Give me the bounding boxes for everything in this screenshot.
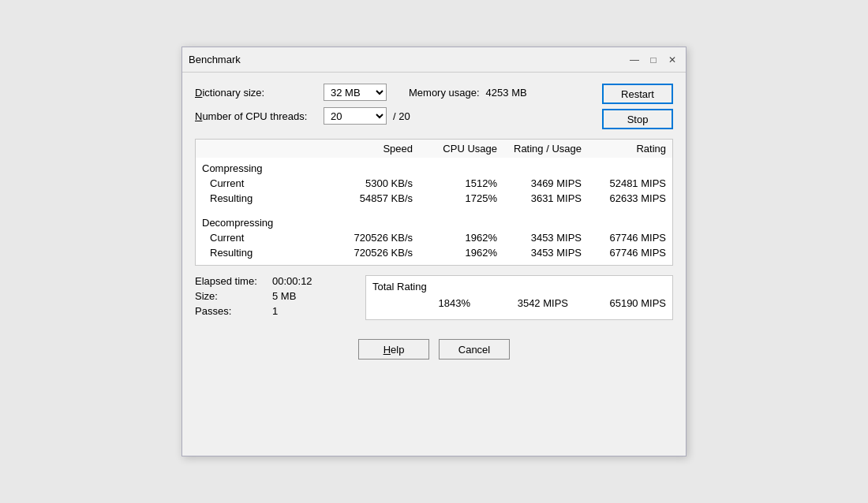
footer-buttons: Help Cancel	[195, 333, 673, 364]
compress-resulting-cpu: 1725%	[413, 192, 497, 204]
help-button[interactable]: Help	[358, 339, 429, 360]
top-controls: Dictionary size: 32 MB 64 MB 128 MB 256 …	[195, 84, 673, 131]
decompress-resulting-label: Resulting	[202, 247, 328, 259]
elapsed-time-value: 00:00:12	[272, 275, 312, 287]
memory-section: Memory usage: 4253 MB	[409, 87, 541, 99]
decompress-resulting-rating: 67746 MIPS	[582, 247, 666, 259]
compress-resulting-speed: 54857 KB/s	[328, 192, 413, 204]
decompress-current-label: Current	[202, 232, 328, 244]
compress-current-speed: 5300 KB/s	[328, 177, 413, 189]
passes-label: Passes:	[195, 305, 266, 317]
total-rating-section: Total Rating 1843% 3542 MIPS 65190 MIPS	[365, 275, 673, 320]
col-header-speed: Speed	[328, 143, 413, 155]
benchmark-table: Speed CPU Usage Rating / Usage Rating Co…	[195, 139, 673, 266]
passes-row: Passes: 1	[195, 305, 353, 317]
compress-current-rating: 52481 MIPS	[582, 177, 666, 189]
decompress-resulting-speed: 720526 KB/s	[328, 247, 413, 259]
title-bar: Benchmark — □ ✕	[182, 47, 686, 73]
decompress-resulting-rating-usage: 3453 MIPS	[497, 247, 582, 259]
form-fields: Dictionary size: 32 MB 64 MB 128 MB 256 …	[195, 84, 586, 131]
total-rating-label: Total Rating	[366, 276, 672, 294]
memory-usage-value: 4253 MB	[486, 87, 541, 99]
cancel-button[interactable]: Cancel	[439, 339, 510, 360]
table-row: Current 5300 KB/s 1512% 3469 MIPS 52481 …	[196, 176, 672, 191]
passes-value: 1	[272, 305, 278, 317]
table-row: Resulting 720526 KB/s 1962% 3453 MIPS 67…	[196, 245, 672, 260]
total-rating-rating: 65190 MIPS	[568, 297, 666, 309]
restart-button[interactable]: Restart	[602, 84, 673, 104]
size-row: Size: 5 MB	[195, 290, 353, 302]
total-rating-row: 1843% 3542 MIPS 65190 MIPS	[366, 294, 672, 312]
decompress-current-rating: 67746 MIPS	[582, 232, 666, 244]
dictionary-size-label: Dictionary size:	[195, 87, 317, 99]
memory-usage-label: Memory usage:	[409, 87, 480, 99]
compress-resulting-rating: 62633 MIPS	[582, 192, 666, 204]
total-rating-rating-usage: 3542 MIPS	[470, 297, 568, 309]
cpu-threads-suffix: / 20	[393, 110, 410, 122]
dictionary-size-select[interactable]: 32 MB 64 MB 128 MB 256 MB	[324, 84, 387, 101]
decompress-current-cpu: 1962%	[413, 232, 497, 244]
decompress-current-speed: 720526 KB/s	[328, 232, 413, 244]
stop-button[interactable]: Stop	[602, 109, 673, 129]
compress-current-cpu: 1512%	[413, 177, 497, 189]
cpu-threads-row: Number of CPU threads: 1 2 4 8 16 20 / 2…	[195, 107, 586, 125]
table-row: Current 720526 KB/s 1962% 3453 MIPS 6774…	[196, 230, 672, 245]
elapsed-time-row: Elapsed time: 00:00:12	[195, 275, 353, 287]
col-header-cpu: CPU Usage	[413, 143, 497, 155]
compress-resulting-label: Resulting	[202, 192, 328, 204]
stats-section: Elapsed time: 00:00:12 Size: 5 MB Passes…	[195, 275, 353, 320]
col-header-label	[202, 143, 328, 155]
close-button[interactable]: ✕	[665, 53, 679, 67]
bottom-section: Elapsed time: 00:00:12 Size: 5 MB Passes…	[195, 275, 673, 320]
action-buttons: Restart Stop	[602, 84, 673, 129]
benchmark-window: Benchmark — □ ✕ Dictionary size: 32 MB 6…	[181, 47, 687, 456]
window-content: Dictionary size: 32 MB 64 MB 128 MB 256 …	[182, 73, 686, 375]
compressing-label: Compressing	[196, 158, 672, 176]
cpu-threads-label: Number of CPU threads:	[195, 110, 317, 122]
dictionary-size-row: Dictionary size: 32 MB 64 MB 128 MB 256 …	[195, 84, 586, 101]
compress-resulting-rating-usage: 3631 MIPS	[497, 192, 582, 204]
decompress-resulting-cpu: 1962%	[413, 247, 497, 259]
size-label: Size:	[195, 290, 266, 302]
compress-current-label: Current	[202, 177, 328, 189]
size-value: 5 MB	[272, 290, 296, 302]
col-header-rating-usage: Rating / Usage	[497, 143, 582, 155]
table-row: Resulting 54857 KB/s 1725% 3631 MIPS 626…	[196, 191, 672, 206]
col-header-rating: Rating	[582, 143, 666, 155]
window-title: Benchmark	[189, 54, 241, 65]
minimize-button[interactable]: —	[627, 53, 642, 67]
decompress-current-rating-usage: 3453 MIPS	[497, 232, 582, 244]
cpu-threads-select[interactable]: 1 2 4 8 16 20	[324, 107, 387, 125]
total-rating-cpu: 1843%	[372, 297, 470, 309]
compress-current-rating-usage: 3469 MIPS	[497, 177, 582, 189]
table-header: Speed CPU Usage Rating / Usage Rating	[196, 140, 672, 158]
title-bar-controls: — □ ✕	[627, 53, 679, 67]
decompressing-label: Decompressing	[196, 212, 672, 230]
elapsed-time-label: Elapsed time:	[195, 275, 266, 287]
maximize-button[interactable]: □	[646, 53, 660, 67]
